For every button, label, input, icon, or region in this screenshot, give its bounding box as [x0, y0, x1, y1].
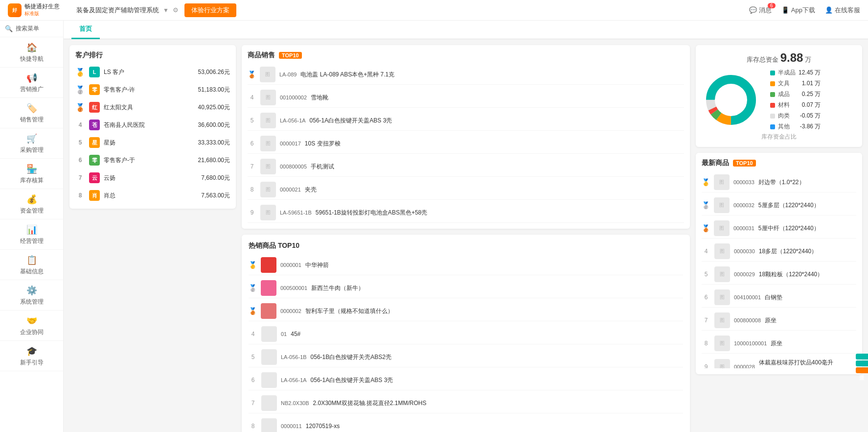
sidebar-label-5: 资金管理	[20, 207, 44, 215]
legend-name: 其他	[778, 122, 797, 131]
customer-avatar: 星	[89, 137, 100, 148]
product-thumb: 图	[714, 289, 730, 305]
online-service-nav[interactable]: 👤 在线客服	[825, 6, 860, 15]
legend-value: 12.45 万	[799, 69, 821, 77]
float-btn-live[interactable]: 直播	[856, 367, 868, 373]
customer-name: LS 客户	[104, 68, 194, 76]
customer-avatar: 苍	[89, 120, 100, 130]
product-code: 0000033	[733, 179, 754, 185]
customer-value: 7,680.00元	[201, 174, 230, 182]
try-btn[interactable]: 体验行业方案	[184, 3, 236, 17]
sidebar-search[interactable]: 🔍 搜索菜单	[0, 21, 63, 37]
product-code: 000500001	[280, 285, 307, 291]
product-name: 45#	[291, 331, 683, 337]
product-code: 10000100001	[734, 340, 767, 346]
product-code: 0000028	[734, 364, 755, 368]
sidebar-item-purchase[interactable]: 🛒 采购管理	[0, 128, 63, 159]
customer-rank-item: 🥉 红 红太阳文具 40,925.00元	[75, 100, 230, 115]
new-product-item: 8 图 10000100001 原坐	[702, 334, 856, 354]
header-right: 💬 消息 6 📱 App下载 👤 在线客服	[749, 6, 860, 15]
product-name: 智利车子里（规格不知道填什么）	[305, 307, 683, 315]
donut-area: 半成品 12.45 万 文具 1.01 万 成品 0.25 万 材料 0.07 …	[702, 69, 856, 131]
top-sold-item: 4 图 001000002 雪地靴	[248, 88, 684, 108]
new-product-item: 5 图 0000029 18颗粒板（1220*2440）	[702, 264, 856, 285]
sidebar-item-sales[interactable]: 🏷️ 销售管理	[0, 98, 63, 128]
sidebar-label-10: 新手引导	[20, 359, 44, 367]
product-name: 白钢垫	[765, 293, 856, 302]
operations-icon: 📊	[26, 224, 37, 235]
system-select[interactable]: 装备及固定资产辅助管理系统 ▼	[76, 6, 169, 15]
customer-avatar: 云	[89, 172, 100, 183]
product-code: 004100001	[734, 294, 761, 300]
customer-value: 40,925.00元	[198, 103, 230, 112]
product-code: LA-056-1A	[280, 118, 306, 123]
message-nav[interactable]: 💬 消息 6	[749, 6, 772, 15]
sidebar-item-basic-info[interactable]: 📋 基础信息	[0, 250, 63, 280]
customer-avatar: 肖	[89, 190, 100, 201]
legend-name: 半成品	[778, 69, 796, 77]
product-thumb	[261, 280, 276, 296]
logo-area: 好 畅捷通好生意 标准版	[8, 3, 71, 18]
customer-name: 零售客户-于	[104, 156, 194, 165]
product-name: 12070519-xs	[306, 423, 683, 430]
app-label: App下载	[791, 6, 815, 15]
legend-dot	[770, 114, 775, 119]
service-icon: 👤	[825, 6, 833, 14]
customer-name: 零售客户-许	[104, 86, 194, 94]
sidebar-item-operations[interactable]: 📊 经营管理	[0, 219, 63, 250]
product-name: 18颗粒板（1220*2440）	[759, 270, 856, 279]
top-header: 好 畅捷通好生意 标准版 装备及固定资产辅助管理系统 ▼ ⚙ 体验行业方案 💬 …	[0, 0, 868, 21]
sales-icon: 🏷️	[26, 103, 37, 114]
app-download-nav[interactable]: 📱 App下载	[781, 6, 815, 15]
legend-dot	[770, 81, 775, 86]
legend-item: 材料 0.07 万	[770, 101, 821, 109]
customer-name: 云扬	[104, 174, 197, 182]
tab-home[interactable]: 首页	[71, 21, 100, 39]
product-name: 电池盖 LA-089 ABS本色+黑种 7.1克	[300, 71, 684, 79]
main-layout: 🔍 搜索菜单 🏠 快捷导航 📢 营销推广 🏷️ 销售管理 🛒 采购管理 🏪 库存…	[0, 21, 868, 432]
float-btn-service[interactable]: 客服热线	[856, 354, 868, 360]
product-thumb: 图	[714, 243, 730, 259]
top-sold-title: 商品销售 TOP10	[248, 51, 684, 60]
sidebar-item-marketing[interactable]: 📢 营销推广	[0, 68, 63, 98]
content-area: 首页 客户排行 🥇 L LS 客户 53,006.26元 🥈 零 零售客户-许 …	[64, 21, 868, 432]
top-sold-item: 6 图 0000017 10S 变扭罗梭	[248, 134, 684, 154]
search-icon: 🔍	[5, 25, 13, 32]
product-code: 0000032	[733, 202, 754, 208]
product-code: 0000017	[280, 141, 301, 146]
legend-name: 材料	[778, 101, 799, 109]
sidebar-item-quick-nav[interactable]: 🏠 快捷导航	[0, 37, 63, 68]
sidebar-item-guide[interactable]: 🎓 新手引导	[0, 341, 63, 371]
top-sold-products-card: 商品销售 TOP10 🥉 图 LA-089 电池盖 LA-089 ABS本色+黑…	[242, 45, 690, 229]
product-thumb: 图	[714, 336, 730, 351]
product-code: LA-056-1A	[281, 377, 307, 383]
sidebar-label-9: 企业协同	[20, 328, 44, 336]
customer-name: 苍南县人民医院	[104, 121, 194, 129]
basic-info-icon: 📋	[26, 255, 37, 265]
float-btn-community[interactable]: 服务社区	[856, 360, 868, 366]
sidebar-item-system[interactable]: ⚙️ 系统管理	[0, 280, 63, 311]
stock-occupancy-label: 库存资金占比	[702, 133, 856, 141]
customer-value: 21,680.00元	[198, 156, 230, 165]
system-name-label: 装备及固定资产辅助管理系统	[76, 6, 159, 15]
product-thumb: 图	[260, 205, 276, 220]
product-name: 5厘中纤（1220*2440）	[758, 224, 856, 233]
legend-name: 成品	[778, 90, 799, 98]
app-icon: 📱	[781, 6, 789, 14]
product-name: 2.0X30MM双搓花轴.搓花直径2.1MM/ROHS	[313, 399, 683, 408]
system-dropdown-arrow[interactable]: ▼	[163, 7, 169, 14]
customer-avatar: 零	[89, 84, 100, 95]
legend-item: 半成品 12.45 万	[770, 69, 821, 77]
dashboard: 客户排行 🥇 L LS 客户 53,006.26元 🥈 零 零售客户-许 51,…	[64, 39, 868, 432]
legend-dot	[770, 71, 775, 75]
sidebar-item-inventory[interactable]: 🏪 库存核算	[0, 159, 63, 189]
sidebar-item-finance[interactable]: 💰 资金管理	[0, 189, 63, 219]
customer-rank-item: 8 肖 肖总 7,563.00元	[75, 188, 230, 203]
customer-avatar: 零	[89, 155, 100, 166]
new-product-item: 4 图 0000030 18多层（1220*2440）	[702, 241, 856, 262]
product-code: LA-59651-1B	[280, 210, 312, 216]
message-icon: 💬	[749, 6, 757, 14]
settings-icon[interactable]: ⚙	[173, 6, 179, 14]
service-label: 在线客服	[835, 6, 860, 15]
sidebar-item-collab[interactable]: 🤝 企业协同	[0, 311, 63, 341]
